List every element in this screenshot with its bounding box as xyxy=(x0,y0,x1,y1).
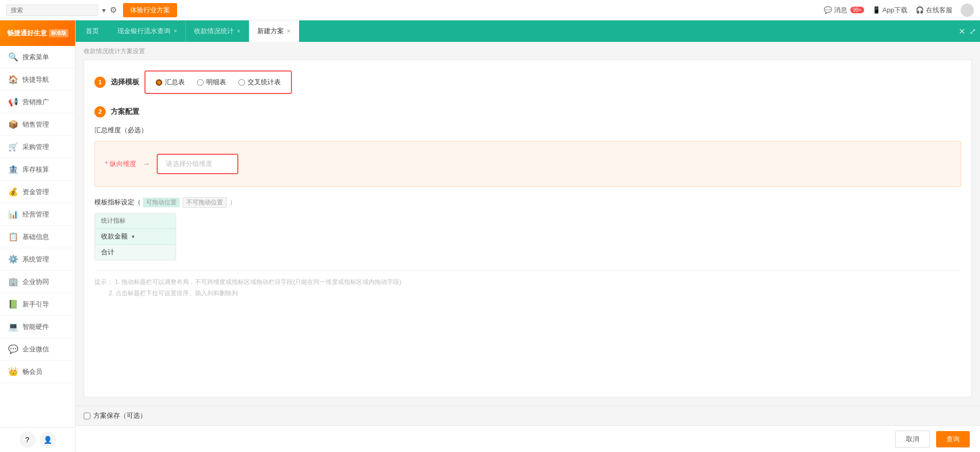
tab-receipts[interactable]: 收款情况统计 × xyxy=(186,20,249,42)
legend-close: ） xyxy=(230,198,236,207)
page-content: 收款情况统计方案设置 1 选择模板 汇总表 xyxy=(76,42,980,425)
query-button[interactable]: 查询 xyxy=(936,431,970,447)
save-option[interactable]: 方案保存（可选） xyxy=(84,411,146,420)
wechat-icon: 💬 xyxy=(8,344,18,354)
sidebar-item-basics[interactable]: 📋 基础信息 xyxy=(0,226,75,248)
sidebar-item-label: 库存核算 xyxy=(22,165,49,174)
tab-label: 现金银行流水查询 xyxy=(117,27,170,36)
sidebar-item-finance[interactable]: 💰 资金管理 xyxy=(0,181,75,203)
inventory-icon: 🏦 xyxy=(8,164,18,174)
sidebar-item-system[interactable]: ⚙️ 系统管理 xyxy=(0,248,75,271)
sidebar-item-label: 快捷导航 xyxy=(22,75,49,84)
tip-text-2: 2. 点击标题栏下拉可设置排序、插入列和删除列 xyxy=(109,288,238,299)
cancel-button[interactable]: 取消 xyxy=(895,431,930,448)
sidebar-item-search[interactable]: 🔍 搜索菜单 xyxy=(0,46,75,68)
sidebar-item-hardware[interactable]: 💻 智能硬件 xyxy=(0,316,75,338)
sidebar-item-label: 企业微信 xyxy=(22,345,49,354)
dimension-select[interactable]: 请选择分组维度 xyxy=(157,154,238,174)
maximize-window-icon[interactable]: ⤢ xyxy=(969,27,976,36)
tips-area: 提示： 1. 拖动标题栏可以调整布局，不可跨维度或指标区域拖动栏目字段(只能在同… xyxy=(94,270,961,299)
save-checkbox-label: 方案保存（可选） xyxy=(93,411,146,420)
sidebar-item-label: 资金管理 xyxy=(22,187,49,197)
search-input[interactable] xyxy=(6,5,98,16)
download-icon: 📱 xyxy=(872,6,880,14)
sidebar-item-label: 智能硬件 xyxy=(22,322,49,331)
sidebar-item-nav[interactable]: 🏠 快捷导航 xyxy=(0,68,75,91)
tip-line-2: 2. 点击标题栏下拉可设置排序、插入列和删除列 xyxy=(94,288,961,299)
content-area: 首页 现金银行流水查询 × 收款情况统计 × 新建方案 × ✕ ⤢ xyxy=(76,20,980,452)
sidebar-item-corp[interactable]: 🏢 企业协同 xyxy=(0,271,75,293)
step2-num: 2 xyxy=(94,106,106,117)
close-window-icon[interactable]: ✕ xyxy=(959,27,965,36)
dropdown-icon[interactable]: ▾ xyxy=(102,6,106,14)
top-header: ▾ ⚙ 体验行业方案 💬 消息 99+ 📱 App下载 🎧 在线客服 xyxy=(0,0,980,20)
message-label: 消息 xyxy=(834,6,847,15)
sidebar-item-purchase[interactable]: 🛒 采购管理 xyxy=(0,136,75,158)
legend-draggable: 可拖动位置 xyxy=(143,198,180,207)
sidebar-bottom: ? 👤 xyxy=(0,427,75,452)
tip-text-1: 1. 拖动标题栏可以调整布局，不可跨维度或指标区域拖动栏目字段(只能在同一维度或… xyxy=(115,277,401,288)
sidebar-item-sales[interactable]: 📦 销售管理 xyxy=(0,113,75,136)
sidebar-item-label: 销售管理 xyxy=(22,120,49,129)
sidebar-item-guide[interactable]: 📗 新手引导 xyxy=(0,293,75,316)
sidebar-item-marketing[interactable]: 📢 营销推广 xyxy=(0,91,75,113)
avatar[interactable] xyxy=(961,4,974,17)
radio-detail[interactable]: 明细表 xyxy=(197,78,226,87)
guide-icon: 📗 xyxy=(8,299,18,309)
sidebar-item-label: 采购管理 xyxy=(22,142,49,152)
metrics-header: 模板指标设定（ 可拖动位置 不可拖动位置 ） xyxy=(94,195,961,208)
template-select-area: 汇总表 明细表 交叉统计表 xyxy=(144,70,292,94)
tip-line-1: 提示： 1. 拖动标题栏可以调整布局，不可跨维度或指标区域拖动栏目字段(只能在同… xyxy=(94,277,961,288)
main-card: 1 选择模板 汇总表 明细表 xyxy=(84,60,972,397)
download-action[interactable]: 📱 App下载 xyxy=(872,6,908,15)
metrics-table-header: 统计指标 xyxy=(95,213,176,229)
right-actions: 💬 消息 99+ 📱 App下载 🎧 在线客服 xyxy=(824,4,974,17)
search-menu-icon: 🔍 xyxy=(8,52,18,62)
radio-summary-label: 汇总表 xyxy=(165,78,185,87)
tab-bar: 首页 现金银行流水查询 × 收款情况统计 × 新建方案 × ✕ ⤢ xyxy=(76,20,980,42)
basics-icon: 📋 xyxy=(8,232,18,242)
user-icon[interactable]: 👤 xyxy=(40,432,56,448)
radio-cross[interactable]: 交叉统计表 xyxy=(238,78,281,87)
message-action[interactable]: 💬 消息 99+ xyxy=(824,6,864,15)
dimension-area: * 纵向维度 → 请选择分组维度 xyxy=(94,141,961,187)
tab-new-plan[interactable]: 新建方案 × xyxy=(249,20,299,42)
trial-button[interactable]: 体验行业方案 xyxy=(123,3,177,17)
sidebar-item-wechat[interactable]: 💬 企业微信 xyxy=(0,338,75,361)
legend-fixed: 不可拖动位置 xyxy=(183,197,227,208)
hardware-icon: 💻 xyxy=(8,322,18,331)
corp-icon: 🏢 xyxy=(8,277,18,287)
sidebar-item-label: 经营管理 xyxy=(22,210,49,219)
tab-label: 新建方案 xyxy=(257,27,284,36)
step1-section: 1 选择模板 汇总表 明细表 xyxy=(94,70,961,94)
metrics-row-1-label: 收款金额 xyxy=(101,232,128,241)
radio-summary-input[interactable] xyxy=(156,79,162,86)
radio-summary[interactable]: 汇总表 xyxy=(156,78,185,87)
tab-label: 收款情况统计 xyxy=(194,27,234,36)
tab-cashflow[interactable]: 现金银行流水查询 × xyxy=(109,20,186,42)
tab-close-icon[interactable]: × xyxy=(174,28,177,35)
bottom-bar: 取消 查询 xyxy=(76,425,980,452)
finance-icon: 💰 xyxy=(8,187,18,197)
help-icon[interactable]: ? xyxy=(19,432,36,448)
sidebar-item-inventory[interactable]: 🏦 库存核算 xyxy=(0,158,75,181)
tab-home[interactable]: 首页 xyxy=(76,27,109,36)
edition-badge: 标准版 xyxy=(49,29,68,37)
tab-close-active-icon[interactable]: × xyxy=(287,28,290,35)
radio-cross-input[interactable] xyxy=(238,79,245,86)
breadcrumb: 收款情况统计方案设置 xyxy=(76,42,980,60)
step1-num: 1 xyxy=(94,77,106,88)
chevron-down-icon[interactable]: ▾ xyxy=(132,233,135,240)
sidebar-item-label: 系统管理 xyxy=(22,255,49,264)
metrics-row-1[interactable]: 收款金额 ▾ xyxy=(95,229,176,245)
support-action[interactable]: 🎧 在线客服 xyxy=(916,6,952,15)
gear-icon[interactable]: ⚙ xyxy=(110,5,117,15)
sidebar-item-label: 搜索菜单 xyxy=(22,53,49,62)
sidebar-item-management[interactable]: 📊 经营管理 xyxy=(0,203,75,226)
radio-detail-input[interactable] xyxy=(197,79,204,86)
sidebar-item-label: 营销推广 xyxy=(22,98,49,107)
tab-close-icon[interactable]: × xyxy=(237,28,240,35)
sidebar-logo: 畅捷通好生意 标准版 xyxy=(0,20,75,46)
save-checkbox[interactable] xyxy=(84,413,90,419)
sidebar-item-member[interactable]: 👑 畅会员 xyxy=(0,361,75,383)
